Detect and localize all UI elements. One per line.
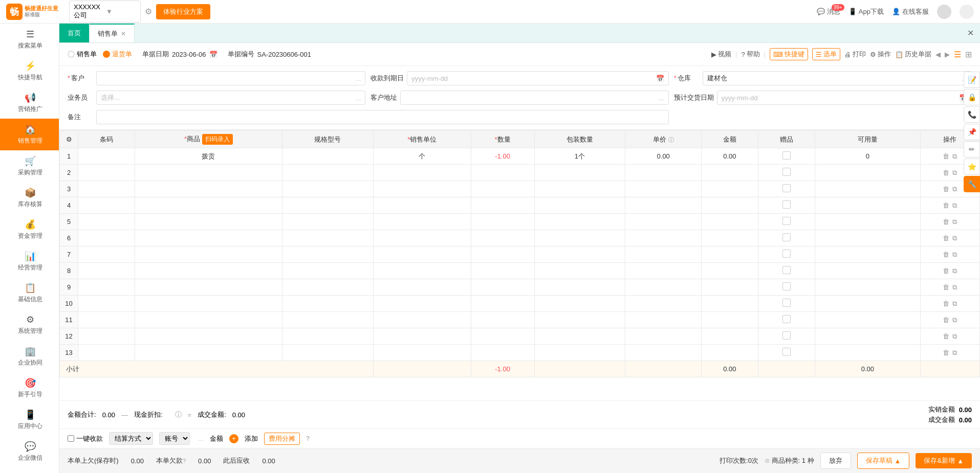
sidebar-item-appcenter[interactable]: 📱 应用中心 (0, 404, 59, 436)
shortcut-action[interactable]: ⌨ 快捷键 (770, 48, 808, 60)
product-type-checkbox[interactable]: ⊙ (765, 457, 770, 464)
row-spec-4[interactable] (282, 197, 373, 214)
row-pack-qty-4[interactable] (534, 197, 625, 214)
row-amount-6[interactable] (701, 230, 758, 246)
row-unit-9[interactable] (373, 279, 471, 296)
row-spec-9[interactable] (282, 279, 373, 296)
gift-checkbox-10[interactable] (782, 299, 791, 307)
row-spec-3[interactable] (282, 181, 373, 197)
gift-checkbox-7[interactable] (782, 250, 791, 258)
row-pack-qty-8[interactable] (534, 263, 625, 279)
delete-icon-2[interactable]: 🗑 (943, 169, 949, 177)
row-unit-price-9[interactable] (625, 279, 702, 296)
gift-checkbox-6[interactable] (782, 233, 791, 241)
copy-icon-12[interactable]: ⧉ (952, 332, 957, 341)
row-available-9[interactable] (815, 279, 920, 296)
row-unit-price-2[interactable] (625, 165, 702, 181)
abandon-btn[interactable]: 放弃 (820, 453, 851, 469)
row-pack-qty-13[interactable] (534, 345, 625, 361)
row-qty-8[interactable] (471, 263, 534, 279)
delete-icon-3[interactable]: 🗑 (943, 185, 949, 193)
row-pack-qty-10[interactable] (534, 296, 625, 312)
remarks-input[interactable] (96, 110, 669, 124)
gift-checkbox-2[interactable] (782, 168, 791, 176)
delete-icon-13[interactable]: 🗑 (943, 349, 949, 357)
row-spec-2[interactable] (282, 165, 373, 181)
copy-icon-2[interactable]: ⧉ (952, 169, 957, 177)
col-settings[interactable]: ⚙ (60, 131, 78, 148)
row-gift-6[interactable] (758, 230, 815, 246)
avatar[interactable] (937, 5, 951, 19)
row-amount-4[interactable] (701, 197, 758, 214)
row-qty-12[interactable] (471, 328, 534, 345)
row-amount-11[interactable] (701, 312, 758, 328)
expense-split-btn[interactable]: 费用分摊 (264, 433, 300, 445)
row-product-4[interactable] (135, 197, 282, 214)
row-product-7[interactable] (135, 246, 282, 263)
tab-home[interactable]: 首页 (59, 24, 90, 42)
delete-icon-8[interactable]: 🗑 (943, 267, 949, 275)
row-spec-10[interactable] (282, 296, 373, 312)
row-qty-2[interactable] (471, 165, 534, 181)
sidebar-item-purchase[interactable]: 🛒 采购管理 (0, 150, 59, 182)
row-amount-9[interactable] (701, 279, 758, 296)
delete-icon-5[interactable]: 🗑 (943, 218, 949, 226)
row-product-3[interactable] (135, 181, 282, 197)
gift-checkbox-4[interactable] (782, 200, 791, 209)
row-barcode-1[interactable] (78, 148, 135, 165)
row-gift-7[interactable] (758, 246, 815, 263)
row-qty-13[interactable] (471, 345, 534, 361)
account-select[interactable]: 账号 (159, 432, 190, 445)
row-gift-3[interactable] (758, 181, 815, 197)
customer-addr-input[interactable]: ... (400, 91, 668, 105)
gift-checkbox-12[interactable] (782, 331, 791, 340)
row-pack-qty-12[interactable] (534, 328, 625, 345)
row-unit-5[interactable] (373, 214, 471, 230)
row-gift-8[interactable] (758, 263, 815, 279)
row-spec-7[interactable] (282, 246, 373, 263)
float-btn-3[interactable]: 📞 (964, 106, 980, 123)
calc-method-select[interactable]: 结算方式 (109, 432, 153, 445)
float-btn-7[interactable]: 🔧 (964, 176, 980, 192)
row-spec-6[interactable] (282, 230, 373, 246)
row-available-4[interactable] (815, 197, 920, 214)
row-amount-2[interactable] (701, 165, 758, 181)
gift-checkbox-8[interactable] (782, 266, 791, 274)
sidebar-item-member[interactable]: 👑 畅会员 (0, 467, 59, 473)
copy-icon-6[interactable]: ⧉ (952, 234, 957, 242)
row-product-8[interactable] (135, 263, 282, 279)
row-pack-qty-3[interactable] (534, 181, 625, 197)
help-action[interactable]: ? 帮助 (741, 50, 759, 59)
history-action[interactable]: 📋 历史单据 (895, 50, 931, 59)
copy-icon-11[interactable]: ⧉ (952, 316, 957, 324)
row-spec-5[interactable] (282, 214, 373, 230)
gift-checkbox-13[interactable] (782, 348, 791, 356)
row-available-12[interactable] (815, 328, 920, 345)
row-unit-price-4[interactable] (625, 197, 702, 214)
row-product-6[interactable] (135, 230, 282, 246)
settings-icon[interactable]: ⚙ (145, 7, 152, 16)
message-btn[interactable]: 💬 消息 99+ (817, 7, 840, 16)
sidebar-item-basicinfo[interactable]: 📋 基础信息 (0, 277, 59, 309)
row-gift-4[interactable] (758, 197, 815, 214)
row-pack-qty-7[interactable] (534, 246, 625, 263)
tab-sales-order[interactable]: 销售单 ✕ (90, 24, 135, 42)
sidebar-item-wechat[interactable]: 💬 企业微信 (0, 436, 59, 467)
row-pack-qty-1[interactable]: 1个 (534, 148, 625, 165)
sidebar-item-operations[interactable]: 📊 经营管理 (0, 245, 59, 277)
float-btn-1[interactable]: 📝 (964, 72, 980, 88)
row-unit-4[interactable] (373, 197, 471, 214)
row-available-6[interactable] (815, 230, 920, 246)
row-barcode-6[interactable] (78, 230, 135, 246)
row-qty-5[interactable] (471, 214, 534, 230)
row-unit-price-5[interactable] (625, 214, 702, 230)
float-btn-6[interactable]: ⭐ (964, 159, 980, 175)
delete-icon-7[interactable]: 🗑 (943, 251, 949, 259)
row-unit-13[interactable] (373, 345, 471, 361)
row-product-5[interactable] (135, 214, 282, 230)
row-barcode-7[interactable] (78, 246, 135, 263)
row-unit-11[interactable] (373, 312, 471, 328)
row-product-9[interactable] (135, 279, 282, 296)
copy-icon-13[interactable]: ⧉ (952, 349, 957, 357)
calendar-icon[interactable]: 📅 (209, 51, 217, 58)
